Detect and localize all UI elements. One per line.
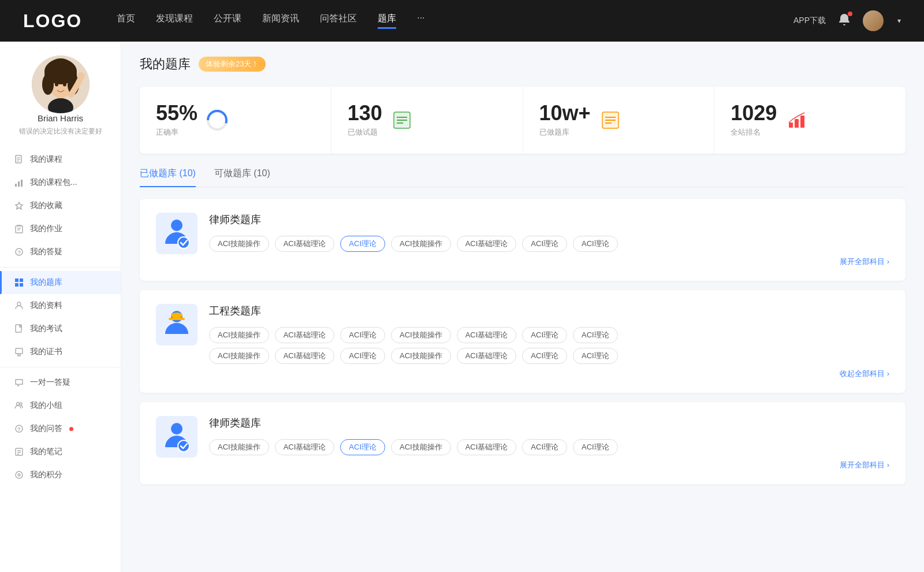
tag-6[interactable]: ACI理论 <box>522 236 567 252</box>
nav-home[interactable]: 首页 <box>117 13 135 29</box>
app-download[interactable]: APP下载 <box>793 16 826 26</box>
l2-tag-6[interactable]: ACI理论 <box>522 439 567 455</box>
eng-tag-4[interactable]: ACI技能操作 <box>391 327 451 343</box>
tag-5[interactable]: ACI基础理论 <box>457 236 517 252</box>
qbank-header-lawyer2: 律师类题库 ACI技能操作 ACI基础理论 ACI理论 ACI技能操作 ACI基… <box>156 416 889 470</box>
svg-text:?: ? <box>18 250 21 255</box>
svg-point-10 <box>77 72 85 79</box>
tab-available-banks[interactable]: 可做题库 (10) <box>214 168 270 187</box>
eng-tag-10[interactable]: ACI理论 <box>340 348 385 364</box>
sidebar-item-points[interactable]: 我的积分 <box>0 463 121 486</box>
svg-point-39 <box>16 471 23 478</box>
eng-tag-6[interactable]: ACI理论 <box>522 327 567 343</box>
nav-right: APP下载 ▾ <box>793 10 901 31</box>
l2-tag-5[interactable]: ACI基础理论 <box>457 439 517 455</box>
navbar: LOGO 首页 发现课程 公开课 新闻资讯 问答社区 题库 ··· APP下载 … <box>0 0 924 42</box>
qbank-expand-lawyer2[interactable]: 展开全部科目 › <box>209 460 889 470</box>
l2-tag-4[interactable]: ACI技能操作 <box>391 439 451 455</box>
qbank-card-lawyer2: 律师类题库 ACI技能操作 ACI基础理论 ACI理论 ACI技能操作 ACI基… <box>140 402 906 484</box>
eng-tag-8[interactable]: ACI技能操作 <box>209 348 269 364</box>
l2-tag-3-active[interactable]: ACI理论 <box>340 439 385 455</box>
nav-links: 首页 发现课程 公开课 新闻资讯 问答社区 题库 ··· <box>117 13 793 29</box>
eng-tag-12[interactable]: ACI基础理论 <box>457 348 517 364</box>
eng-tag-5[interactable]: ACI基础理论 <box>457 327 517 343</box>
qbank-expand-lawyer1[interactable]: 展开全部科目 › <box>209 257 889 267</box>
nav-more[interactable]: ··· <box>417 13 424 29</box>
nav-discover[interactable]: 发现课程 <box>156 13 193 29</box>
svg-rect-24 <box>15 278 18 282</box>
qbank-title-lawyer1: 律师类题库 <box>209 213 889 226</box>
sidebar-item-qbank[interactable]: 我的题库 <box>0 271 121 294</box>
bar-chart-icon <box>785 109 808 132</box>
sidebar-item-homework[interactable]: 我的作业 <box>0 217 121 240</box>
svg-point-8 <box>55 83 58 87</box>
nav-qa[interactable]: 问答社区 <box>320 13 357 29</box>
sidebar-item-notes[interactable]: 我的笔记 <box>0 440 121 463</box>
eng-tag-11[interactable]: ACI技能操作 <box>391 348 451 364</box>
nav-opencourse[interactable]: 公开课 <box>214 13 241 29</box>
sidebar-item-courses[interactable]: 我的课程 <box>0 148 121 171</box>
qbank-body-lawyer2: 律师类题库 ACI技能操作 ACI基础理论 ACI理论 ACI技能操作 ACI基… <box>209 416 889 470</box>
trial-badge: 体验剩余23天！ <box>199 57 266 72</box>
chevron-down-icon[interactable]: ▾ <box>897 17 901 25</box>
svg-text:?: ? <box>17 426 21 432</box>
stat-rank-numbers: 1029 全站排名 <box>731 103 777 138</box>
sidebar-item-exams[interactable]: 我的考试 <box>0 317 121 340</box>
l2-tag-7[interactable]: ACI理论 <box>573 439 618 455</box>
svg-point-32 <box>20 403 22 405</box>
engineer-icon <box>162 309 192 341</box>
eng-tag-2[interactable]: ACI基础理论 <box>275 327 335 343</box>
tag-2[interactable]: ACI基础理论 <box>275 236 335 252</box>
qbank-tags-engineer1-row1: ACI技能操作 ACI基础理论 ACI理论 ACI技能操作 ACI基础理论 AC… <box>209 327 889 343</box>
sidebar-item-favorites[interactable]: 我的收藏 <box>0 194 121 217</box>
page-title: 我的题库 <box>140 55 191 73</box>
svg-rect-53 <box>800 116 804 128</box>
sidebar-label-favorites: 我的收藏 <box>30 200 62 211</box>
svg-rect-30 <box>16 348 23 354</box>
stats-row: 55% 正确率 130 已做试题 <box>140 87 906 154</box>
svg-rect-57 <box>171 313 182 318</box>
eng-tag-1[interactable]: ACI技能操作 <box>209 327 269 343</box>
tag-7[interactable]: ACI理论 <box>573 236 618 252</box>
sidebar-label-group: 我的小组 <box>30 400 62 411</box>
sidebar-item-packages[interactable]: 我的课程包... <box>0 171 121 194</box>
eng-tag-13[interactable]: ACI理论 <box>522 348 567 364</box>
sidebar-label-myanswers: 我的问答 <box>30 424 62 434</box>
qa-icon: ? <box>14 424 24 434</box>
svg-rect-51 <box>789 122 793 128</box>
nav-news[interactable]: 新闻资讯 <box>262 13 299 29</box>
divider2 <box>0 367 121 367</box>
tag-4[interactable]: ACI技能操作 <box>391 236 451 252</box>
sidebar-label-courses: 我的课程 <box>30 154 62 165</box>
clipboard-icon <box>14 224 24 234</box>
l2-tag-2[interactable]: ACI基础理论 <box>275 439 335 455</box>
layout: Brian Harris 错误的决定比没有决定要好 我的课程 我的课程包... … <box>0 42 924 572</box>
eng-tag-9[interactable]: ACI基础理论 <box>275 348 335 364</box>
sidebar-item-qaask[interactable]: ? 我的答疑 <box>0 240 121 263</box>
sidebar-item-profile[interactable]: 我的资料 <box>0 294 121 317</box>
sidebar-item-certificates[interactable]: 我的证书 <box>0 340 121 363</box>
sidebar-item-oneonone[interactable]: 一对一答疑 <box>0 371 121 394</box>
l2-tag-1[interactable]: ACI技能操作 <box>209 439 269 455</box>
sidebar-item-myanswers[interactable]: ? 我的问答 <box>0 417 121 440</box>
qbank-expand-engineer1[interactable]: 收起全部科目 › <box>209 369 889 379</box>
eng-tag-3[interactable]: ACI理论 <box>340 327 385 343</box>
stat-rank-value: 1029 <box>731 103 777 124</box>
tag-1[interactable]: ACI技能操作 <box>209 236 269 252</box>
user-motto: 错误的决定比没有决定要好 <box>10 127 111 136</box>
svg-point-59 <box>171 423 182 434</box>
sidebar-nav: 我的课程 我的课程包... 我的收藏 我的作业 <box>0 148 121 486</box>
sidebar-item-group[interactable]: 我的小组 <box>0 394 121 417</box>
qbank-icon-engineer1 <box>156 304 198 346</box>
tab-done-banks[interactable]: 已做题库 (10) <box>140 168 196 187</box>
nav-qbank[interactable]: 题库 <box>378 13 396 29</box>
qbank-body-engineer1: 工程类题库 ACI技能操作 ACI基础理论 ACI理论 ACI技能操作 ACI基… <box>209 304 889 379</box>
eng-tag-7[interactable]: ACI理论 <box>573 327 618 343</box>
bell-button[interactable] <box>837 13 851 29</box>
eng-tag-14[interactable]: ACI理论 <box>573 348 618 364</box>
divider1 <box>0 267 121 268</box>
chart-bar-icon <box>14 177 24 188</box>
tag-3-active[interactable]: ACI理论 <box>340 236 385 252</box>
group-icon <box>14 400 24 411</box>
avatar[interactable] <box>863 10 884 31</box>
